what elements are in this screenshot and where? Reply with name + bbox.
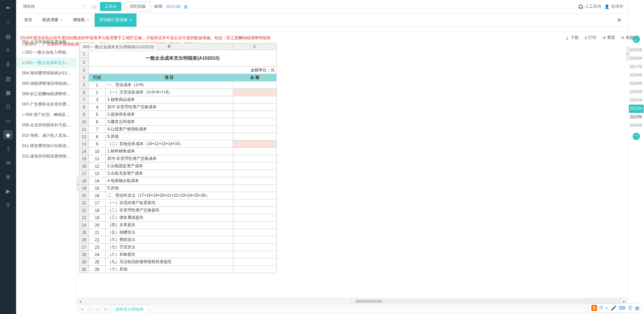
year-button[interactable]: 2024年 xyxy=(629,121,644,130)
amount-cell[interactable] xyxy=(233,258,277,266)
ime-keyboard-icon[interactable]: ⌨ xyxy=(619,305,625,311)
seq-cell[interactable]: 9 xyxy=(89,140,106,148)
seq-cell[interactable]: 19 xyxy=(89,214,106,222)
amount-cell[interactable] xyxy=(233,118,277,126)
row-header[interactable]: 25 xyxy=(79,229,89,236)
item-cell[interactable]: 1.材料销售成本 xyxy=(106,148,233,155)
item-cell[interactable]: 4.让渡资产使用权成本 xyxy=(106,126,233,133)
amount-cell[interactable] xyxy=(233,148,277,155)
form-list-item[interactable]: 010-免税、减计收入及加计... xyxy=(16,130,76,141)
seq-cell[interactable]: 21 xyxy=(89,229,106,236)
close-icon[interactable]: × xyxy=(129,18,132,22)
row-header[interactable]: 6 xyxy=(79,89,89,96)
tab-1[interactable]: 税表清册× xyxy=(38,13,67,27)
seq-cell[interactable]: 17 xyxy=(89,199,106,207)
sheet-tab-first-icon[interactable]: « xyxy=(80,307,85,312)
nav-v-icon[interactable]: V xyxy=(3,200,13,210)
row-header[interactable]: 4 xyxy=(79,74,89,81)
amount-cell[interactable] xyxy=(233,192,277,199)
nav-book-icon[interactable]: ▭ xyxy=(3,116,13,125)
nav-chart-icon[interactable]: ⩚ xyxy=(3,46,13,55)
amount-cell[interactable] xyxy=(233,163,277,170)
amount-cell[interactable] xyxy=(233,229,277,236)
amount-cell[interactable] xyxy=(233,140,277,148)
row-header[interactable]: 11 xyxy=(79,126,89,133)
year-button[interactable]: 2022年 xyxy=(629,105,644,113)
row-header[interactable]: 21 xyxy=(79,199,89,207)
row-header[interactable]: 30 xyxy=(79,266,89,273)
row-header[interactable]: 28 xyxy=(79,251,89,258)
seq-cell[interactable]: 12 xyxy=(89,163,106,170)
nav-table-icon[interactable]: ☷ xyxy=(3,102,13,111)
sheet-tab-next-icon[interactable]: › xyxy=(96,307,100,312)
amount-cell[interactable] xyxy=(233,199,277,207)
year-down-icon[interactable]: ︾ xyxy=(633,133,640,140)
nav-clipboard-icon[interactable]: ▥ xyxy=(3,74,13,83)
year-button[interactable]: 2023年 xyxy=(629,113,644,121)
item-cell[interactable]: （五）捐赠支出 xyxy=(106,229,233,236)
row-header[interactable]: 2 xyxy=(79,58,89,67)
seq-cell[interactable]: 26 xyxy=(89,266,106,273)
doc-icon[interactable]: ◎ xyxy=(91,3,97,10)
amount-cell[interactable] xyxy=(233,185,277,192)
seq-cell[interactable]: 1 xyxy=(89,81,106,89)
seq-cell[interactable]: 2 xyxy=(89,89,106,96)
year-button[interactable]: 2016年 xyxy=(629,54,644,63)
seq-cell[interactable]: 8 xyxy=(89,133,106,140)
period-value[interactable]: 2023-09 xyxy=(166,4,180,9)
seq-cell[interactable]: 10 xyxy=(89,148,106,155)
row-header[interactable]: 10 xyxy=(79,118,89,126)
close-all-tabs-icon[interactable]: ✕ xyxy=(617,16,622,24)
nav-tax-icon[interactable]: ◉ xyxy=(3,130,13,139)
item-cell[interactable]: 4.包装物出租成本 xyxy=(106,177,233,185)
amount-cell[interactable] xyxy=(233,266,277,273)
tab-0[interactable]: 首页 xyxy=(19,13,37,27)
nav-doc-icon[interactable]: ▤ xyxy=(3,32,13,41)
item-cell[interactable]: 二、营业外支出（17+18+19+20+21+22+23+24+25+26） xyxy=(106,192,233,199)
module-dropdown[interactable]: 增值税 ﹀ xyxy=(21,2,88,11)
item-cell[interactable]: （一）主营业务成本（3+5+6+7+8） xyxy=(106,89,233,96)
year-button[interactable]: 2020年 xyxy=(629,88,644,96)
hscroll-right-icon[interactable]: ▸ xyxy=(623,299,625,304)
year-button[interactable]: 2021年 xyxy=(629,96,644,105)
year-button[interactable]: 2017年 xyxy=(629,63,644,71)
item-cell[interactable]: 其中:非货币性资产交换成本 xyxy=(106,155,233,163)
close-icon[interactable]: × xyxy=(60,18,63,22)
nav-home-icon[interactable]: ⌂ xyxy=(3,17,13,27)
item-cell[interactable]: （七）罚没支出 xyxy=(106,244,233,251)
nav-video-icon[interactable]: ▶ xyxy=(3,186,13,196)
row-header[interactable]: 8 xyxy=(79,104,89,111)
form-list-item[interactable]: ⊘003-一般企业成本支出明细... xyxy=(16,58,76,68)
hscroll-thumb[interactable] xyxy=(356,300,382,303)
year-button[interactable]: 2019年 xyxy=(629,79,644,88)
seq-cell[interactable]: 5 xyxy=(89,111,106,118)
amount-cell[interactable] xyxy=(233,155,277,163)
item-cell[interactable]: 其中:非货币性资产交换成本 xyxy=(106,104,233,111)
item-cell[interactable]: （八）坏账损失 xyxy=(106,251,233,258)
form-list-item[interactable]: 009-企业所得税弥补亏损明... xyxy=(16,120,76,130)
col-header-c[interactable]: C xyxy=(233,43,277,50)
seq-cell[interactable]: 20 xyxy=(89,222,106,229)
item-cell[interactable]: （一）非流动资产处置损失 xyxy=(106,199,233,207)
form-list-item[interactable]: 004-期间费用明细表(A1040... xyxy=(16,68,76,78)
switch-old-button[interactable]: 切到旧版 xyxy=(125,2,151,11)
row-header[interactable]: 27 xyxy=(79,244,89,251)
user-menu[interactable]: 👤 徐泽华 xyxy=(604,4,623,9)
year-button[interactable]: 2018年 xyxy=(629,71,644,79)
seq-cell[interactable]: 16 xyxy=(89,192,106,199)
ime-lang-label[interactable]: 中 xyxy=(599,305,604,311)
ime-mic-icon[interactable]: 🎤 xyxy=(611,305,616,311)
item-cell[interactable]: （六）赞助支出 xyxy=(106,236,233,244)
nav-export-icon[interactable]: ⇩ xyxy=(3,144,13,153)
form-list-item[interactable]: 012-减免所得税优惠明细表(... xyxy=(16,151,76,162)
ime-punct-icon[interactable]: •, xyxy=(606,305,609,311)
amount-cell[interactable] xyxy=(233,207,277,214)
item-cell[interactable]: （二）其他业务成本（10+12+13+14+15） xyxy=(106,140,233,148)
item-cell[interactable]: （十）其他 xyxy=(106,266,233,273)
row-header[interactable]: 24 xyxy=(79,222,89,229)
row-header[interactable]: 19 xyxy=(79,185,89,192)
nav-calc-icon[interactable]: ▦ xyxy=(3,88,13,97)
collapse-left-panel-handle[interactable]: « xyxy=(76,178,80,191)
tab-2[interactable]: 增值税× xyxy=(68,13,94,27)
sheet-tab-prev-icon[interactable]: ‹ xyxy=(88,307,92,312)
